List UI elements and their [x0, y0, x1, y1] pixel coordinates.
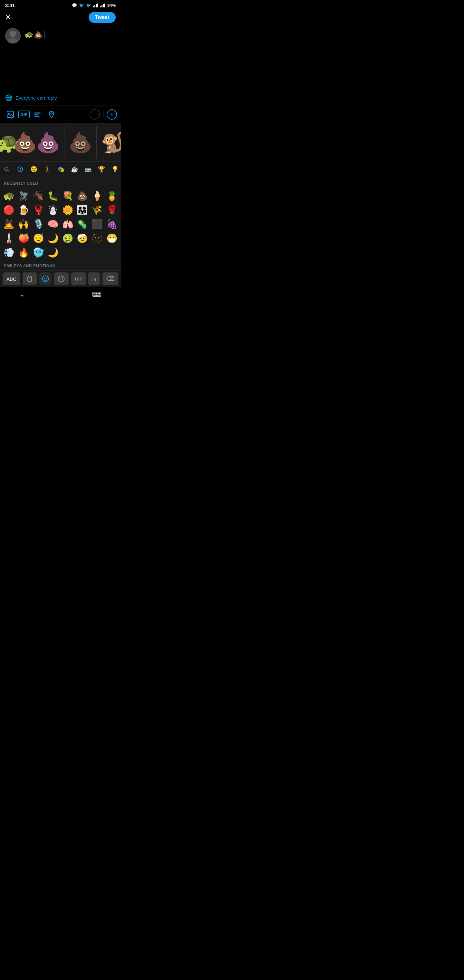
sticker-3[interactable]: 💩	[64, 126, 97, 159]
emoji-tab-search[interactable]	[0, 163, 14, 177]
emoji-thermometer[interactable]: 🌡️	[2, 231, 16, 245]
status-bar: 3:41 💬 🐦 🐦 94%	[0, 0, 121, 10]
emoji-tab-smiley[interactable]: 😊	[27, 163, 41, 177]
emoji-germ[interactable]: 🦠	[75, 217, 90, 231]
emoji-microphone[interactable]: 🎙️	[31, 217, 45, 231]
emoji-nauseated[interactable]: 🤢	[61, 231, 75, 245]
signal-icon	[100, 3, 105, 7]
emoji-family[interactable]: 👨‍👩‍👧	[75, 203, 90, 216]
emoji-crescent2[interactable]: 🌙	[46, 246, 60, 259]
clipboard-button[interactable]	[22, 272, 37, 285]
emoji-pineapple[interactable]: 🍍	[105, 189, 119, 202]
emoji-crescent-moon[interactable]: 🌙	[46, 231, 60, 245]
emoji-fly[interactable]: 🪰	[17, 189, 31, 202]
emoji-mask[interactable]: 😷	[105, 231, 119, 245]
sticker-2[interactable]: 💩	[32, 126, 64, 159]
svg-rect-13	[34, 113, 41, 113]
abc-button[interactable]: ABC	[3, 272, 20, 285]
tweet-emoji-content: 🐢💩	[24, 30, 43, 39]
toolbar: GIF +	[0, 105, 121, 124]
emoji-flower[interactable]: 🌼	[61, 203, 75, 216]
emoji-beer[interactable]: 🍺	[17, 203, 31, 216]
battery-label: 94%	[107, 3, 116, 8]
avatar-image	[5, 28, 21, 43]
toolbar-divider	[103, 111, 103, 118]
emoji-tab-activity[interactable]: 🎭	[54, 163, 68, 177]
svg-rect-6	[103, 4, 104, 7]
svg-rect-14	[34, 115, 39, 115]
svg-rect-4	[100, 6, 101, 7]
emoji-grapes[interactable]: 🍇	[105, 217, 119, 231]
emoji-brain[interactable]: 🧠	[46, 217, 60, 231]
emoji-snowman[interactable]: ☃️	[46, 203, 60, 216]
sticker-button[interactable]	[54, 272, 68, 285]
notification-icon: 💬	[72, 3, 77, 8]
location-icon[interactable]	[45, 108, 58, 121]
emoji-tab-food[interactable]: ☕	[68, 163, 81, 177]
reply-setting[interactable]: 🌐 Everyone can reply	[0, 90, 121, 105]
emoji-raised-hands[interactable]: 🙌	[17, 217, 31, 231]
sticker-4[interactable]: 🐒	[97, 126, 121, 159]
recently-used-header: RECENTLY USED	[0, 178, 121, 188]
emoji-tab-objects[interactable]: 🏆	[95, 163, 108, 177]
poll-icon[interactable]	[31, 108, 44, 121]
svg-rect-3	[97, 3, 98, 7]
emoji-peach[interactable]: 🍑	[17, 231, 31, 245]
tweet-button[interactable]: Tweet	[89, 12, 116, 23]
svg-point-9	[10, 30, 16, 37]
emoji-cockroach[interactable]: 🪳	[31, 189, 45, 202]
emoji-cloud[interactable]: 💨	[2, 246, 16, 259]
emoji-sheaf[interactable]: 🌾	[90, 203, 104, 216]
image-icon[interactable]	[4, 108, 17, 121]
gif-button[interactable]: GIF	[18, 111, 30, 118]
emoji-category-tabs: 😊 🚶 🎭 ☕ 🚌 🏆 💡 🔣 🚩	[0, 162, 121, 178]
smileys-section-header: SMILEYS AND EMOTIONS	[0, 261, 121, 270]
emoji-red-circle[interactable]: 🔴	[2, 203, 16, 216]
svg-point-21	[42, 276, 48, 282]
sticker-1[interactable]: 🐢💩	[0, 126, 32, 159]
system-nav-bar: ⌄ ⌨	[0, 287, 121, 301]
emoji-worm[interactable]: 🐛	[46, 189, 60, 202]
emoji-bandage[interactable]: 🤕	[75, 231, 90, 245]
emoji-tab-people[interactable]: 🚶	[41, 163, 54, 177]
emoji-keyboard-button[interactable]	[39, 272, 52, 285]
emoji-turtle[interactable]: 🐢	[2, 189, 16, 202]
wifi-icon	[93, 3, 98, 7]
avatar	[5, 28, 21, 43]
cursor	[44, 30, 44, 38]
globe-icon: 🌐	[5, 94, 12, 101]
emoji-black-square[interactable]: ⬛	[90, 217, 104, 231]
twitter-icon-2: 🐦	[86, 3, 91, 8]
emoji-ice-cream[interactable]: 🍦	[90, 189, 104, 202]
status-icons: 💬 🐦 🐦 94%	[72, 3, 116, 8]
emoji-tab-symbols[interactable]: 💡	[108, 163, 121, 177]
emoji-lobster[interactable]: 🦞	[31, 203, 45, 216]
recently-used-grid: 🐢 🪰 🪳 🐛 💐 💩 🍦 🍍 🔴 🍺 🦞 ☃️ 🌼 👨‍👩‍👧 🌾 🌹 🙇 🙌…	[0, 188, 121, 261]
emoji-bouquet[interactable]: 💐	[61, 189, 75, 202]
character-counter	[90, 109, 100, 119]
kaomoji-button[interactable]: :-)	[88, 272, 100, 285]
emoji-tab-travel[interactable]: 🚌	[81, 163, 95, 177]
svg-rect-2	[96, 4, 97, 7]
status-time: 3:41	[5, 3, 15, 8]
svg-rect-0	[93, 6, 94, 7]
delete-button[interactable]: ⌫	[102, 272, 118, 285]
twitter-icon-1: 🐦	[79, 3, 84, 8]
emoji-cold-face[interactable]: 🥶	[31, 246, 45, 259]
emoji-rose[interactable]: 🌹	[105, 203, 119, 216]
add-tweet-button[interactable]: +	[106, 109, 117, 119]
emoji-tab-recent[interactable]	[14, 163, 27, 177]
emoji-blue-head[interactable]: 🫥	[90, 231, 104, 245]
compose-area: 🐢💩	[0, 25, 121, 90]
nav-keyboard-icon[interactable]: ⌨	[92, 290, 102, 298]
close-button[interactable]: ✕	[5, 13, 11, 22]
svg-rect-15	[34, 116, 40, 117]
tweet-text-area[interactable]: 🐢💩	[24, 28, 116, 88]
emoji-lungs[interactable]: 🫁	[61, 217, 75, 231]
emoji-fire[interactable]: 🔥	[17, 246, 31, 259]
emoji-bow[interactable]: 🙇	[2, 217, 16, 231]
emoji-poop[interactable]: 💩	[75, 189, 90, 202]
emoji-sleepy[interactable]: 😴	[31, 231, 45, 245]
nav-back-icon[interactable]: ⌄	[19, 290, 25, 298]
gif-keyboard-button[interactable]: GIF	[71, 272, 86, 285]
